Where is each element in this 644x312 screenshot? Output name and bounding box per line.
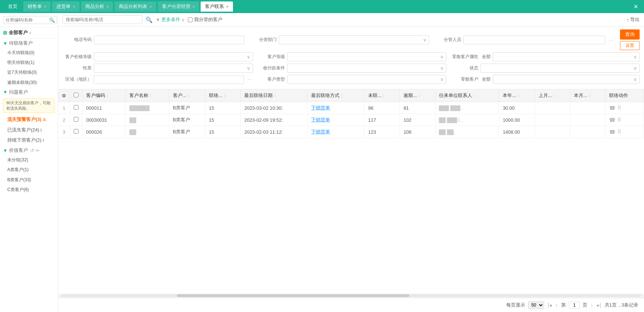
col-last-method[interactable]: 最后联络方式↕ xyxy=(307,89,365,102)
col-overdue[interactable]: 逾期...↕ xyxy=(400,89,435,102)
edit-icon[interactable]: ✏ xyxy=(36,148,40,153)
query-button[interactable]: 查询 xyxy=(620,29,640,40)
sidebar-item-churn-warning[interactable]: 流失预警客户(3) ⚠ xyxy=(0,114,58,125)
row-overdue-2: 102 xyxy=(400,114,435,126)
sidebar-item-c-class[interactable]: C类客户(6) xyxy=(0,185,58,195)
sidebar-group-value[interactable]: ▼ 价值客户 ↺ ✏ xyxy=(0,146,58,155)
close-tab-customer-segment[interactable]: × xyxy=(193,4,195,9)
page-number-input[interactable]: 1 xyxy=(569,301,580,309)
col-unlisted[interactable]: 未联...↕ xyxy=(365,89,400,102)
customer-type-select[interactable]: ∨ xyxy=(287,75,446,84)
col-this-year[interactable]: 本年...↕ xyxy=(499,89,535,102)
scroll-thumb[interactable] xyxy=(177,294,409,297)
sidebar-item-7days[interactable]: 近7天待联络(0) xyxy=(0,68,58,77)
row-method-1[interactable]: 下销货单 xyxy=(307,102,365,114)
close-tab-sales[interactable]: × xyxy=(44,4,46,9)
region-dots[interactable]: ··· xyxy=(246,77,253,82)
col-settings[interactable]: ⚙ xyxy=(58,89,70,102)
more-icon-1[interactable]: ⠿ xyxy=(617,105,621,111)
select-all-checkbox[interactable] xyxy=(74,93,79,97)
tab-analysis-list[interactable]: 商品分析列表 × xyxy=(114,1,156,12)
col-checkbox[interactable] xyxy=(70,89,82,102)
row-method-2[interactable]: 下销货单 xyxy=(307,114,365,126)
col-contact[interactable]: 联络...↕ xyxy=(205,89,240,102)
gender-select[interactable]: ∨ xyxy=(94,64,253,73)
sidebar-item-declining[interactable]: 持续下滑客户(2) ℹ xyxy=(0,135,58,146)
filter-dept: 分管部门 ∨ xyxy=(247,35,430,44)
sidebar-item-overdue[interactable]: 逾期未联络(30) xyxy=(0,78,58,88)
row-code-1: 000011 xyxy=(82,102,126,114)
row-checkbox-1[interactable] xyxy=(70,102,82,114)
next-page-button[interactable]: › xyxy=(590,302,593,308)
contact-icon-2[interactable]: ☎ xyxy=(609,117,615,123)
horizontal-scrollbar[interactable] xyxy=(58,293,644,298)
close-tab-analysis[interactable]: × xyxy=(106,4,109,9)
sidebar-group-problem[interactable]: ▼ 问题客户 xyxy=(0,88,58,97)
row-select-1[interactable] xyxy=(74,105,79,110)
tab-purchase[interactable]: 进货单 × xyxy=(52,1,79,12)
contact-icon-1[interactable]: ☎ xyxy=(609,105,615,111)
scroll-track[interactable] xyxy=(61,294,641,297)
refresh-icon[interactable]: ↺ xyxy=(30,148,34,153)
more-icon-3[interactable]: ⠿ xyxy=(617,129,621,135)
row-select-3[interactable] xyxy=(74,129,79,134)
col-this-month[interactable]: 本月...↕ xyxy=(570,89,605,102)
sidebar-all-customers[interactable]: ⊞ 全部客户 « xyxy=(0,27,58,39)
zero-customer-select[interactable]: ∨ xyxy=(493,75,640,84)
tab-home[interactable]: 首页 xyxy=(3,0,23,13)
zero-attr-select[interactable]: ∨ xyxy=(493,52,640,61)
col-code[interactable]: 客户编码↕ xyxy=(82,89,126,102)
my-customers-checkbox[interactable] xyxy=(188,17,193,22)
sidebar-group-pending[interactable]: ▼ 待联络客户 xyxy=(0,39,58,48)
search-button[interactable]: 🔍 xyxy=(145,16,153,23)
col-last-month[interactable]: 上月...↕ xyxy=(535,89,570,102)
row-checkbox-2[interactable] xyxy=(70,114,82,126)
tab-sales[interactable]: 销售单 × xyxy=(23,1,51,12)
search-input[interactable] xyxy=(63,15,142,24)
col-last-date[interactable]: 最后联络日期↕ xyxy=(241,89,307,102)
customer-level-select[interactable]: ∨ xyxy=(287,52,446,61)
sidebar-item-today[interactable]: 今天待联络(0) xyxy=(0,48,58,58)
sidebar-item-b-class[interactable]: B类客户(33) xyxy=(0,175,58,185)
settings-button[interactable]: 设置 xyxy=(620,41,640,50)
dept-select[interactable]: ∨ xyxy=(279,35,430,44)
manager-input[interactable] xyxy=(463,36,605,44)
tab-customer-segment[interactable]: 客户分层经营 × xyxy=(158,1,199,12)
phone-input[interactable] xyxy=(94,36,245,44)
prev-page-button[interactable]: ‹ xyxy=(555,302,559,308)
row-lm-2 xyxy=(535,114,570,126)
arrow-down-icon-2: ▼ xyxy=(3,89,8,95)
col-type[interactable]: 客户...↕ xyxy=(169,89,205,102)
close-tab-customer-contact[interactable]: × xyxy=(226,4,228,9)
last-page-button[interactable]: ▸| xyxy=(596,302,602,308)
row-select-2[interactable] xyxy=(74,117,79,122)
data-table: ⚙ 客户编码↕ 客户名称↕ 客户...↕ 联络...↕ 最后联络日期↕ 最后联络… xyxy=(58,89,644,138)
payment-select[interactable]: ∨ xyxy=(287,64,446,73)
contact-icon-3[interactable]: ☎ xyxy=(609,129,615,135)
col-liaison[interactable]: 往来单位联系人↕ xyxy=(435,89,499,102)
more-icon-2[interactable]: ⠿ xyxy=(617,117,621,123)
col-name[interactable]: 客户名称↕ xyxy=(126,89,169,102)
close-tab-analysis-list[interactable]: × xyxy=(149,4,152,9)
sidebar-item-ungrouped[interactable]: 未分组(32) xyxy=(0,155,58,165)
row-method-3[interactable]: 下销货单 xyxy=(307,126,365,138)
manager-dots[interactable]: ··· xyxy=(607,37,614,42)
row-checkbox-3[interactable] xyxy=(70,126,82,138)
first-page-button[interactable]: |◂ xyxy=(547,302,552,308)
my-customers-label[interactable]: 我分管的客户 xyxy=(188,16,222,23)
status-select[interactable]: ∨ xyxy=(480,64,640,73)
sidebar-item-a-class[interactable]: A类客户(1) xyxy=(0,165,58,175)
window-close-button[interactable]: ✕ xyxy=(631,3,641,10)
sidebar-item-churned[interactable]: 已流失客户(24) ℹ xyxy=(0,125,58,135)
region-input[interactable] xyxy=(94,75,244,84)
per-page-select[interactable]: 50 xyxy=(528,301,544,309)
tab-analysis[interactable]: 商品分析 × xyxy=(81,1,113,12)
sidebar-item-tomorrow[interactable]: 明天待联络(1) xyxy=(0,58,58,68)
arrow-down-icon: ▼ xyxy=(3,41,8,46)
more-conditions-button[interactable]: ▼ 更多条件 ∨ xyxy=(156,16,185,23)
close-tab-purchase[interactable]: × xyxy=(73,4,75,9)
price-level-select[interactable]: ∨ xyxy=(94,52,253,61)
export-button[interactable]: ↑ 导出 xyxy=(627,16,640,23)
tab-customer-contact[interactable]: 客户联系 × xyxy=(201,1,233,12)
problem-tooltip: 90天无交易的客户，可能有流失风险。 xyxy=(3,98,55,113)
